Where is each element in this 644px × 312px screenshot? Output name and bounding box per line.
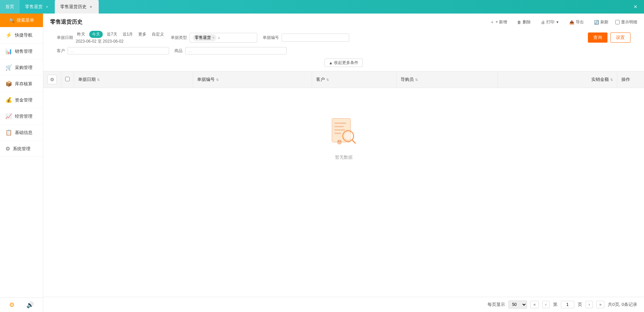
col-action-label: 操作 [621,77,630,82]
customer-placeholder: ... [71,48,74,53]
date-custom[interactable]: 自定义 [150,31,165,38]
page-title: 零售退货历史 [50,19,82,26]
sidebar-item-basic-label: 基础信息 [15,130,32,136]
table-body: 暂无数据 [43,88,644,188]
empty-text: 暂无数据 [335,154,353,160]
collapse-button[interactable]: ▲ 收起更多条件 [325,59,363,67]
settings-button[interactable]: 设置 [610,32,630,43]
pagination-bar: 每页显示 20 50 100 200 « ‹ 第 页 › » 共0页, 0条记录 [43,297,644,312]
sidebar-item-quick-nav[interactable]: ⚡ 快捷导航 [0,27,43,43]
table-header-row: ⚙ 单据日期 ⇅ 单据编号 [43,71,644,88]
sidebar-item-sales[interactable]: 📊 销售管理 [0,43,43,60]
svg-line-7 [352,140,355,143]
sidebar-item-system[interactable]: ⚙ 系统管理 [0,141,43,157]
window-close-button[interactable]: × [631,2,640,12]
date-1month[interactable]: 近1月 [121,31,135,38]
quick-nav-icon: ⚡ [5,32,12,38]
volume-bottom-icon[interactable]: 🔊 [26,301,34,309]
tab-retail-return-close[interactable]: × [45,4,49,9]
toolbar: ＋ + 新增 🗑 删除 🖨 打印 ▼ 📤 导出 [487,18,637,27]
first-page-button[interactable]: « [530,301,539,308]
type-filter-label: 单据类型 [171,35,187,41]
col-number-sortable[interactable]: 单据编号 ⇅ [197,76,308,83]
page-number-suffix: 页 [578,302,582,308]
svg-rect-3 [334,129,345,131]
date-filter-label: 单据日期 [57,35,73,41]
type-tag-container[interactable]: 零售退货 × ∨ [190,33,257,43]
settings-bottom-icon[interactable]: ⚙ [9,301,15,309]
col-customer-sortable[interactable]: 客户 ⇅ [316,76,392,83]
col-amount-sortable[interactable]: 实销金额 ⇅ [502,76,613,83]
date-more[interactable]: 更多 [137,31,148,38]
display-detail-label: 显示明细 [621,19,637,25]
customer-filter-label: 客户 [57,48,65,54]
action-buttons: 查询 设置 [588,32,630,43]
customer-tag-container[interactable]: ... [68,47,169,54]
col-date-sort-icon: ⇅ [97,78,100,82]
last-page-button[interactable]: » [596,301,605,308]
sidebar-item-quick-nav-label: 快捷导航 [15,32,32,38]
prev-page-button[interactable]: ‹ [542,301,550,308]
sidebar-item-system-label: 系统管理 [13,146,30,152]
svg-point-10 [340,140,341,142]
date-range-display: 2023-06-02 至 2023-06-02 [76,39,165,44]
print-button[interactable]: 🖨 打印 ▼ [538,18,563,27]
empty-state-cell: 暂无数据 [43,88,644,188]
sidebar-item-basic[interactable]: 📋 基础信息 [0,125,43,141]
new-button[interactable]: ＋ + 新增 [487,18,510,27]
sidebar-item-purchase[interactable]: 🛒 采购管理 [0,60,43,76]
col-date-sortable[interactable]: 单据日期 ⇅ [78,76,189,83]
col-amount-sort-icon: ⇅ [610,78,613,82]
svg-rect-2 [334,126,344,127]
display-detail-checkbox[interactable]: 显示明细 [615,19,637,25]
page-size-select[interactable]: 20 50 100 200 [508,300,527,309]
delete-icon: 🗑 [517,20,521,25]
date-today[interactable]: 今天 [89,31,103,38]
display-detail-input[interactable] [615,20,620,24]
sidebar-item-operation[interactable]: 📈 经营管理 [0,108,43,125]
col-guide-sortable[interactable]: 导购员 ⇅ [401,76,494,83]
export-button[interactable]: 📤 导出 [566,18,587,27]
tab-home[interactable]: 首页 [0,0,20,14]
sidebar-nav: ⚡ 快捷导航 📊 销售管理 🛒 采购管理 📦 库存核算 💰 资金管理 📈 [0,27,43,297]
refresh-label: 刷新 [600,19,609,25]
tab-retail-return-history-close[interactable]: × [89,4,93,9]
column-settings-button[interactable]: ⚙ [47,75,57,84]
sidebar-item-purchase-label: 采购管理 [15,65,32,71]
date-7days[interactable]: 近7天 [105,31,119,38]
col-customer-label: 客户 [316,76,325,83]
col-checkbox [61,71,74,88]
date-yesterday[interactable]: 昨天 [76,31,87,38]
sidebar-item-inventory[interactable]: 📦 库存核算 [0,76,43,92]
sidebar-item-inventory-label: 库存核算 [15,81,32,87]
total-pages-label: 共0页, 0条记录 [608,302,637,308]
type-dropdown-arrow: ∨ [218,36,220,40]
sidebar-item-finance-label: 资金管理 [15,97,32,103]
sidebar-bottom: ⚙ 🔊 [0,297,43,312]
select-all-checkbox[interactable] [65,77,70,81]
number-filter-field: 单据编号 [263,34,349,42]
goods-tag-container[interactable]: ... [185,47,287,54]
col-number: 单据编号 ⇅ [193,71,312,88]
export-label: 导出 [576,19,584,25]
delete-label: 删除 [523,19,531,25]
goods-filter-field: 商品 ... [174,47,287,54]
type-tag-close-icon[interactable]: × [212,36,214,40]
next-page-button[interactable]: › [586,301,593,308]
delete-button[interactable]: 🗑 删除 [514,18,534,27]
search-menu-button[interactable]: 🔍 搜索菜单 [0,14,43,27]
tab-retail-return[interactable]: 零售退货 × [20,0,55,14]
tab-retail-return-history[interactable]: 零售退货历史 × [55,0,99,14]
filter-row-1: 单据日期 昨天 今天 近7天 近1月 更多 自定义 2023-06-02 至 2… [57,31,630,44]
sidebar-item-finance[interactable]: 💰 资金管理 [0,92,43,108]
page-number-prefix: 第 [553,302,557,308]
filter-row-2: 客户 ... 商品 ... [57,47,630,54]
search-menu-label: 搜索菜单 [17,17,34,23]
refresh-button[interactable]: 🔄 刷新 [591,18,612,27]
goods-placeholder: ... [188,48,192,53]
date-filter-field: 单据日期 昨天 今天 近7天 近1月 更多 自定义 2023-06-02 至 2… [57,31,165,44]
page-number-input[interactable] [561,301,574,308]
type-filter-field: 单据类型 零售退货 × ∨ [171,33,257,43]
number-filter-input[interactable] [282,34,349,42]
query-button[interactable]: 查询 [588,32,607,43]
